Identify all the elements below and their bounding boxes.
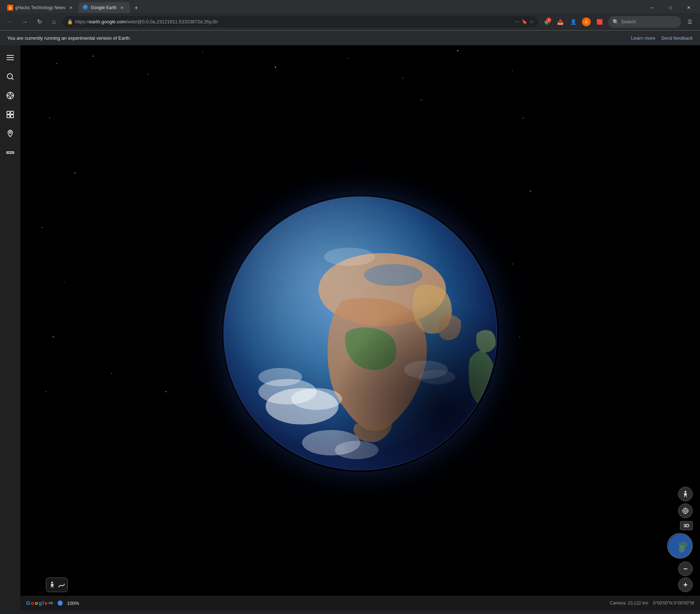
- svg-point-60: [683, 508, 688, 513]
- back-button[interactable]: ←: [4, 16, 16, 28]
- svg-point-33: [530, 191, 531, 192]
- street-view-button[interactable]: [46, 578, 68, 592]
- extensions-icon[interactable]: 🧩 1: [541, 16, 553, 28]
- location-target-button[interactable]: [678, 504, 693, 518]
- svg-point-61: [684, 510, 687, 512]
- street-view-controls: [46, 578, 68, 592]
- svg-rect-7: [11, 111, 13, 114]
- svg-rect-6: [7, 111, 10, 114]
- sidebar: [0, 45, 20, 610]
- maximize-button[interactable]: □: [662, 2, 679, 13]
- svg-point-57: [224, 197, 497, 470]
- svg-rect-2: [7, 59, 14, 60]
- svg-point-34: [512, 264, 513, 264]
- security-icon: 🔒: [67, 19, 73, 24]
- svg-point-68: [679, 545, 685, 553]
- google-logo: GoogleDE: [26, 600, 53, 606]
- svg-point-37: [166, 391, 167, 392]
- tab-ghacks[interactable]: g gHacks Technology News ✕: [3, 2, 78, 13]
- svg-point-27: [75, 172, 76, 174]
- home-button[interactable]: ⌂: [48, 16, 60, 28]
- tab-earth-close[interactable]: ✕: [119, 4, 125, 11]
- url-text: https://earth.google.com/web/@0,0,0a,231…: [75, 19, 512, 24]
- zoom-controls: − +: [678, 561, 693, 592]
- tab-bar: g gHacks Technology News ✕ Google Earth …: [0, 0, 700, 13]
- projects-icon[interactable]: [3, 107, 17, 122]
- logo-de: DE: [48, 601, 53, 605]
- svg-point-19: [148, 74, 148, 75]
- svg-point-18: [93, 56, 94, 57]
- svg-point-28: [42, 227, 43, 228]
- notification-text: You are currently running an experimenta…: [7, 35, 131, 41]
- zoom-level: 100%: [67, 601, 79, 606]
- svg-line-70: [51, 586, 51, 588]
- earth-globe: [222, 195, 499, 472]
- camera-label: Camera:: [610, 601, 626, 606]
- svg-point-25: [512, 70, 513, 71]
- svg-point-59: [685, 491, 687, 493]
- svg-point-26: [49, 118, 50, 118]
- tab-earth-label: Google Earth: [91, 5, 117, 10]
- pocket-icon[interactable]: 📥: [554, 16, 566, 28]
- svg-point-17: [56, 63, 57, 64]
- globe-container: [222, 195, 499, 472]
- extensions-badge: 1: [546, 18, 551, 23]
- refresh-button[interactable]: ↻: [34, 16, 45, 28]
- voyager-icon[interactable]: [3, 88, 17, 103]
- earth-canvas[interactable]: 3D − +: [20, 45, 700, 610]
- earth-app: 3D − +: [0, 45, 700, 610]
- svg-line-4: [12, 78, 13, 80]
- three-d-toggle-button[interactable]: 3D: [680, 521, 693, 530]
- tab-earth[interactable]: Google Earth ✕: [78, 2, 130, 13]
- zoom-out-button[interactable]: −: [678, 561, 693, 576]
- svg-point-32: [523, 118, 524, 118]
- close-button[interactable]: ✕: [680, 2, 697, 13]
- svg-rect-1: [7, 57, 14, 58]
- svg-point-29: [64, 282, 64, 283]
- bottom-bar: GoogleDE 100% Camera: 23,122 km 0°00'00"…: [20, 596, 700, 610]
- svg-rect-9: [11, 115, 13, 118]
- svg-point-69: [51, 582, 53, 584]
- forward-button[interactable]: →: [19, 16, 31, 28]
- profile-icon[interactable]: 👤: [567, 16, 579, 28]
- coordinates: 0°00'00"N 0°00'00"W: [653, 601, 694, 606]
- browser-window: g gHacks Technology News ✕ Google Earth …: [0, 0, 700, 610]
- url-bar[interactable]: 🔒 https://earth.google.com/web/@0,0,0a,2…: [63, 16, 538, 28]
- svg-point-31: [46, 391, 46, 392]
- person-icon: [48, 581, 56, 588]
- addon-icon[interactable]: 🟥: [594, 16, 605, 28]
- tab-ghacks-close[interactable]: ✕: [67, 4, 74, 11]
- path-icon: [58, 581, 65, 588]
- earth-indicator-dot: [58, 601, 63, 606]
- learn-more-link[interactable]: Learn more: [631, 35, 655, 41]
- search-icon: 🔍: [613, 19, 619, 25]
- svg-line-71: [53, 586, 53, 588]
- places-icon[interactable]: [3, 126, 17, 141]
- camera-info: Camera: 23,122 km 0°00'00"N 0°00'00"W: [610, 601, 694, 606]
- notification-bar: You are currently running an experimenta…: [0, 31, 700, 45]
- svg-point-23: [403, 78, 403, 78]
- address-bar: ← → ↻ ⌂ 🔒 https://earth.google.com/web/@…: [0, 13, 700, 31]
- menu-toggle-icon[interactable]: [3, 50, 17, 65]
- ghacks-favicon: g: [7, 5, 13, 11]
- earth-favicon: [83, 5, 89, 11]
- mini-map[interactable]: [667, 533, 693, 559]
- camera-value: 23,122 km: [628, 601, 648, 606]
- svg-point-3: [7, 74, 12, 79]
- star-icon[interactable]: ☆: [529, 19, 534, 24]
- new-tab-button[interactable]: +: [131, 3, 141, 13]
- svg-rect-8: [7, 115, 10, 118]
- url-menu-icon[interactable]: ⋯: [515, 19, 519, 24]
- measure-icon[interactable]: [3, 145, 17, 160]
- search-sidebar-icon[interactable]: [3, 69, 17, 84]
- avatar-icon[interactable]: A: [580, 16, 592, 28]
- svg-point-30: [53, 337, 54, 338]
- minimize-button[interactable]: ─: [644, 2, 661, 13]
- send-feedback-link[interactable]: Send feedback: [661, 35, 693, 41]
- browser-search-input[interactable]: 🔍 Search: [608, 16, 681, 28]
- earth-svg: [222, 195, 499, 472]
- zoom-in-button[interactable]: +: [678, 578, 693, 592]
- menu-icon[interactable]: ☰: [684, 16, 696, 28]
- bookmark-icon[interactable]: 🔖: [521, 19, 527, 24]
- street-view-person-button[interactable]: [678, 487, 693, 501]
